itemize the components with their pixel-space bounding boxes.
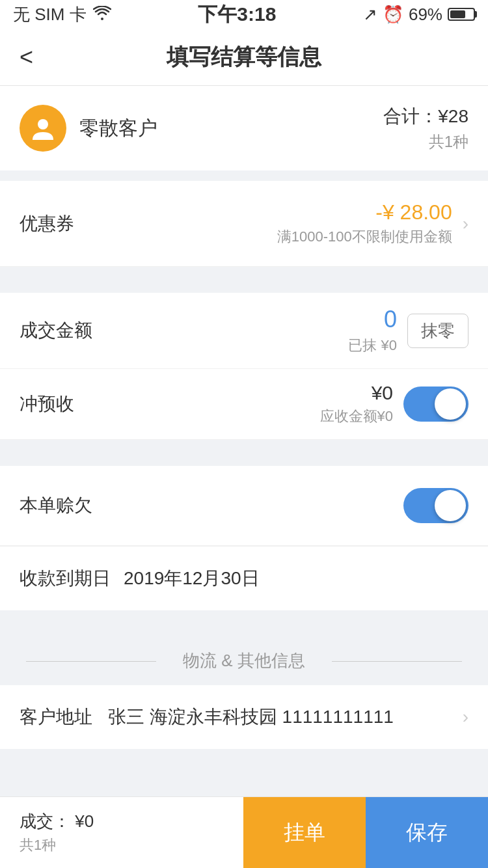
- alarm-icon: ⏰: [383, 5, 403, 25]
- address-label: 客户地址: [20, 705, 92, 729]
- nav-bar: < 填写结算等信息: [0, 29, 488, 86]
- debt-label: 本单赊欠: [20, 493, 92, 518]
- due-date-row: 收款到期日 2019年12月30日: [0, 546, 488, 610]
- debt-toggle[interactable]: [403, 488, 468, 523]
- debt-section: 本单赊欠 收款到期日 2019年12月30日: [0, 466, 488, 610]
- customer-section: 零散客户 合计：¥28 共1种: [0, 86, 488, 170]
- due-date-value[interactable]: 2019年12月30日: [124, 566, 260, 591]
- transaction-section: 成交金额 0 已抹 ¥0 抹零 冲预收 ¥0 应收金额¥0: [0, 293, 488, 440]
- due-date-label: 收款到期日: [20, 566, 111, 591]
- page-title: 填写结算等信息: [167, 42, 321, 72]
- divider-3: [0, 621, 488, 636]
- total-count: 共1种: [383, 131, 468, 152]
- save-button[interactable]: 保存: [366, 797, 488, 869]
- address-row[interactable]: 客户地址 张三 海淀永丰科技园 11111111111 ›: [0, 685, 488, 749]
- prepayment-right: ¥0 应收金额¥0: [320, 382, 468, 426]
- pending-button[interactable]: 挂单: [243, 797, 366, 869]
- logistics-section-label: 物流 & 其他信息: [0, 636, 488, 685]
- address-value: 张三 海淀永丰科技园 11111111111: [108, 705, 463, 729]
- status-left: 无 SIM 卡: [13, 3, 111, 26]
- location-icon: ↗: [363, 5, 377, 25]
- transaction-label: 成交金额: [20, 318, 92, 343]
- svg-point-0: [38, 119, 48, 129]
- status-time: 下午3:18: [198, 1, 276, 28]
- content: 零散客户 合计：¥28 共1种 优惠券 -¥ 28.00 满1000-100不限…: [0, 86, 488, 868]
- divider-1: [0, 277, 488, 293]
- battery-icon: [448, 8, 475, 21]
- bottom-bar: 成交： ¥0 共1种 挂单 保存: [0, 796, 488, 868]
- debt-row: 本单赊欠: [0, 466, 488, 546]
- coupon-desc: 满1000-100不限制使用金额: [277, 227, 452, 247]
- bottom-count: 共1种: [20, 835, 224, 855]
- customer-name: 零散客户: [79, 115, 157, 142]
- prepayment-sub: 应收金额¥0: [320, 407, 393, 426]
- transaction-value[interactable]: 0: [348, 306, 397, 333]
- status-bar: 无 SIM 卡 下午3:18 ↗ ⏰ 69%: [0, 0, 488, 29]
- prepayment-label: 冲预收: [20, 392, 74, 416]
- bottom-deal: 成交： ¥0: [20, 810, 224, 833]
- sim-label: 无 SIM 卡: [13, 3, 87, 26]
- total-amount: 合计：¥28: [383, 104, 468, 129]
- prepayment-row: 冲预收 ¥0 应收金额¥0: [0, 369, 488, 440]
- battery-percent: 69%: [409, 5, 442, 25]
- logistics-label-text: 物流 & 其他信息: [183, 651, 305, 670]
- round-zero-button[interactable]: 抹零: [407, 314, 468, 348]
- coupon-label: 优惠券: [20, 211, 74, 236]
- coupon-row[interactable]: 优惠券 -¥ 28.00 满1000-100不限制使用金额 ›: [0, 181, 488, 267]
- coupon-right: -¥ 28.00 满1000-100不限制使用金额 ›: [277, 200, 468, 247]
- wifi-icon: [93, 5, 111, 25]
- bottom-deal-amount: ¥0: [75, 811, 94, 831]
- prepayment-amount: ¥0: [320, 382, 393, 404]
- coupon-amount: -¥ 28.00: [277, 200, 452, 224]
- status-right: ↗ ⏰ 69%: [363, 5, 475, 25]
- address-chevron-icon: ›: [463, 707, 468, 727]
- bottom-info: 成交： ¥0 共1种: [0, 810, 243, 855]
- bottom-deal-label: 成交：: [20, 811, 70, 831]
- chevron-right-icon: ›: [463, 213, 468, 234]
- transaction-row: 成交金额 0 已抹 ¥0 抹零: [0, 293, 488, 369]
- back-button[interactable]: <: [20, 44, 33, 71]
- divider-2: [0, 450, 488, 466]
- prepayment-toggle[interactable]: [403, 387, 468, 422]
- avatar: [20, 105, 66, 152]
- transaction-sub: 已抹 ¥0: [348, 336, 397, 355]
- customer-total: 合计：¥28 共1种: [383, 104, 468, 152]
